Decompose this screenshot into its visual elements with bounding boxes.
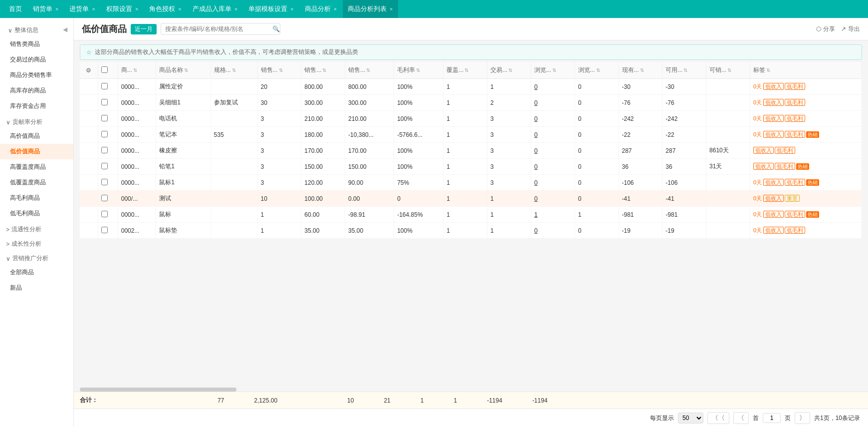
view-link[interactable]: 0 — [534, 163, 538, 170]
td-check[interactable] — [98, 143, 118, 159]
td-check[interactable] — [98, 95, 118, 111]
td-view1[interactable]: 0 — [531, 143, 575, 159]
td-check[interactable] — [98, 223, 118, 239]
sidebar-group-general[interactable]: ∨ 整体信息 — [2, 22, 44, 36]
td-view1[interactable]: 0 — [531, 79, 575, 95]
td-check[interactable] — [98, 79, 118, 95]
view-link[interactable]: 0 — [534, 195, 538, 202]
nav-home[interactable]: 首页 — [4, 0, 27, 18]
row-checkbox[interactable] — [101, 163, 108, 169]
th-stock3[interactable]: 可销...⇅ — [706, 62, 750, 79]
close-icon[interactable]: × — [55, 6, 58, 12]
row-checkbox[interactable] — [101, 115, 108, 121]
sidebar-group-marketing[interactable]: ∨ 营销推广分析 — [0, 250, 73, 265]
sidebar-item-sales-products[interactable]: 销售类商品 — [0, 36, 73, 52]
td-view1[interactable]: 0 — [531, 159, 575, 175]
th-stock2[interactable]: 可用...⇅ — [662, 62, 706, 79]
view-link[interactable]: 0 — [534, 147, 538, 154]
scrollbar-thumb[interactable] — [80, 388, 236, 392]
sidebar-item-category-rate[interactable]: 商品分类销售率 — [0, 67, 73, 83]
th-cover[interactable]: 覆盖...⇅ — [443, 62, 487, 79]
sidebar-group-flow[interactable]: > 流通性分析 — [0, 221, 73, 236]
page-input[interactable] — [763, 413, 781, 423]
td-view1[interactable]: 0 — [531, 111, 575, 127]
nav-purchase[interactable]: 进货单 × — [64, 0, 100, 18]
row-checkbox[interactable] — [101, 179, 108, 185]
nav-products-in[interactable]: 产成品入库单 × — [188, 0, 242, 18]
row-checkbox[interactable] — [101, 211, 108, 217]
page-size-select[interactable]: 50 100 — [678, 413, 703, 424]
th-name[interactable]: 商品名称⇅ — [156, 62, 211, 79]
td-check[interactable] — [98, 159, 118, 175]
th-tags[interactable]: 标签⇅ — [750, 62, 862, 79]
td-check[interactable] — [98, 207, 118, 223]
sidebar-item-all-products[interactable]: 全部商品 — [0, 265, 73, 280]
sidebar-item-high-stock[interactable]: 高库存的商品 — [0, 83, 73, 98]
td-view1[interactable]: 0 — [531, 175, 575, 191]
th-sale3[interactable]: 销售...⇅ — [345, 62, 394, 79]
filter-tag[interactable]: 近一月 — [131, 24, 157, 34]
td-check[interactable] — [98, 127, 118, 143]
th-margin[interactable]: 毛利率⇅ — [394, 62, 443, 79]
th-view1[interactable]: 浏览...⇅ — [531, 62, 575, 79]
view-link[interactable]: 0 — [534, 115, 538, 122]
nav-product-analysis[interactable]: 商品分析 × — [300, 0, 342, 18]
view-link[interactable]: 0 — [534, 99, 538, 106]
sidebar-item-low-margin[interactable]: 低毛利商品 — [0, 206, 73, 221]
view-link[interactable]: 0 — [534, 179, 538, 186]
sidebar-item-capital[interactable]: 库存资金占用 — [0, 98, 73, 114]
close-icon[interactable]: × — [334, 6, 337, 12]
sidebar-item-high-value[interactable]: 高价值商品 — [0, 128, 73, 144]
search-input[interactable] — [161, 23, 280, 35]
close-icon[interactable]: × — [290, 6, 293, 12]
td-view1[interactable]: 1 — [531, 207, 575, 223]
close-icon[interactable]: × — [234, 6, 237, 12]
th-spec[interactable]: 规格...⇅ — [211, 62, 257, 79]
next-page-btn[interactable]: 〉 — [795, 412, 810, 424]
sidebar-group-growth[interactable]: > 成长性分析 — [0, 236, 73, 250]
th-trade[interactable]: 交易...⇅ — [487, 62, 531, 79]
row-checkbox[interactable] — [101, 83, 108, 89]
row-checkbox[interactable] — [101, 147, 108, 153]
td-view1[interactable]: 0 — [531, 127, 575, 143]
view-link[interactable]: 0 — [534, 131, 538, 138]
close-icon[interactable]: × — [178, 6, 181, 12]
th-stock1[interactable]: 现有...⇅ — [619, 62, 662, 79]
first-page-btn[interactable]: 〈〈 — [707, 412, 729, 424]
sidebar-collapse-icon[interactable]: ◀ — [63, 26, 71, 33]
close-icon[interactable]: × — [92, 6, 95, 12]
nav-product-analysis-list[interactable]: 商品分析列表 × — [343, 0, 398, 18]
th-check[interactable] — [98, 62, 118, 79]
sidebar-group-contribution[interactable]: ∨ 贡献率分析 — [0, 114, 73, 128]
nav-sales[interactable]: 销货单 × — [28, 0, 63, 18]
row-checkbox[interactable] — [101, 227, 108, 233]
row-checkbox[interactable] — [101, 131, 108, 137]
view-link[interactable]: 0 — [534, 83, 538, 90]
sidebar-item-new-products[interactable]: 新品 — [0, 280, 73, 296]
td-view1[interactable]: 0 — [531, 191, 575, 207]
select-all-checkbox[interactable] — [101, 66, 108, 73]
nav-roles[interactable]: 角色授权 × — [144, 0, 186, 18]
td-view1[interactable]: 0 — [531, 223, 575, 239]
sidebar-item-traded[interactable]: 交易过的商品 — [0, 52, 73, 67]
prev-page-btn[interactable]: 〈 — [733, 412, 749, 424]
td-check[interactable] — [98, 111, 118, 127]
nav-template[interactable]: 单据模板设置 × — [243, 0, 298, 18]
th-view2[interactable]: 浏览...⇅ — [575, 62, 619, 79]
th-code[interactable]: 商...⇅ — [118, 62, 156, 79]
th-sale2[interactable]: 销售...⇅ — [301, 62, 345, 79]
td-check[interactable] — [98, 191, 118, 207]
share-button[interactable]: ⬡ 分享 — [816, 25, 835, 33]
row-checkbox[interactable] — [101, 99, 108, 105]
sidebar-item-low-coverage[interactable]: 低覆盖度商品 — [0, 175, 73, 190]
view-link[interactable]: 1 — [534, 211, 538, 218]
sidebar-item-high-coverage[interactable]: 高覆盖度商品 — [0, 159, 73, 175]
close-icon[interactable]: × — [135, 6, 138, 12]
horizontal-scrollbar[interactable] — [80, 388, 862, 392]
th-gear[interactable]: ⚙ — [80, 62, 98, 79]
td-view1[interactable]: 0 — [531, 95, 575, 111]
close-icon[interactable]: × — [390, 6, 393, 12]
sidebar-item-high-margin[interactable]: 高毛利商品 — [0, 190, 73, 206]
row-checkbox[interactable] — [101, 195, 108, 201]
sidebar-item-low-value[interactable]: 低价值商品 — [0, 144, 73, 159]
